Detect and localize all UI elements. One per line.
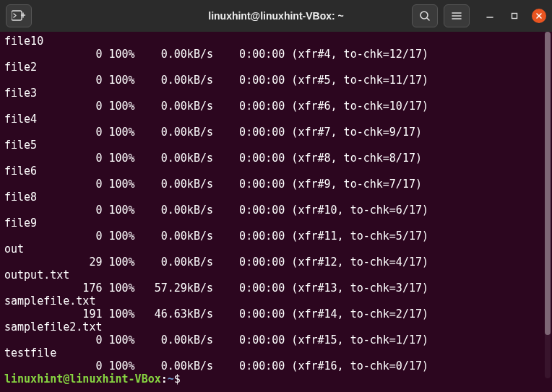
minimize-icon: [486, 12, 494, 20]
transfer-stats: 0 100% 0.00kB/s 0:00:00 (xfr#8, to-chk=8…: [4, 152, 548, 165]
scrollbar-track[interactable]: [545, 32, 551, 378]
search-icon: [419, 10, 431, 22]
file-name: file9: [4, 217, 548, 230]
maximize-button[interactable]: [507, 9, 522, 23]
file-name: file3: [4, 87, 548, 100]
transfer-stats: 0 100% 0.00kB/s 0:00:00 (xfr#16, to-chk=…: [4, 360, 548, 373]
terminal-output[interactable]: file10 0 100% 0.00kB/s 0:00:00 (xfr#4, t…: [0, 32, 552, 392]
svg-rect-7: [512, 14, 517, 19]
minimize-button[interactable]: [483, 9, 497, 23]
menu-button[interactable]: [444, 4, 470, 27]
file-name: output.txt: [4, 269, 548, 282]
terminal-window: linuxhint@linuxhint-VBox: ~: [0, 0, 552, 392]
prompt-dollar: $: [174, 373, 187, 386]
terminal-plus-icon: [12, 10, 26, 22]
close-icon: [535, 12, 543, 20]
transfer-stats: 191 100% 46.63kB/s 0:00:00 (xfr#14, to-c…: [4, 308, 548, 321]
file-name: file4: [4, 113, 548, 126]
window-title: linuxhint@linuxhint-VBox: ~: [208, 10, 343, 22]
svg-line-2: [427, 18, 429, 20]
scrollbar-thumb[interactable]: [545, 32, 551, 335]
file-name: file10: [4, 35, 548, 48]
file-name: file6: [4, 165, 548, 178]
titlebar-left: [6, 4, 32, 27]
file-name: samplefile.txt: [4, 295, 548, 308]
hamburger-icon: [451, 10, 462, 22]
prompt-colon: :: [161, 373, 168, 386]
transfer-stats: 0 100% 0.00kB/s 0:00:00 (xfr#9, to-chk=7…: [4, 178, 548, 191]
transfer-stats: 0 100% 0.00kB/s 0:00:00 (xfr#10, to-chk=…: [4, 204, 548, 217]
close-button[interactable]: [532, 9, 546, 23]
titlebar: linuxhint@linuxhint-VBox: ~: [0, 0, 552, 32]
svg-rect-0: [12, 11, 22, 20]
file-name: file8: [4, 191, 548, 204]
prompt-path: ~: [168, 373, 174, 386]
file-name: samplefile2.txt: [4, 321, 548, 334]
transfer-stats: 0 100% 0.00kB/s 0:00:00 (xfr#11, to-chk=…: [4, 230, 548, 243]
titlebar-right: [412, 4, 546, 27]
transfer-stats: 0 100% 0.00kB/s 0:00:00 (xfr#4, to-chk=1…: [4, 48, 548, 61]
transfer-stats: 29 100% 0.00kB/s 0:00:00 (xfr#12, to-chk…: [4, 256, 548, 269]
file-name: testfile: [4, 347, 548, 360]
file-name: file2: [4, 61, 548, 74]
file-name: file5: [4, 139, 548, 152]
window-controls: [483, 9, 546, 23]
new-tab-button[interactable]: [6, 4, 32, 27]
transfer-stats: 176 100% 57.29kB/s 0:00:00 (xfr#13, to-c…: [4, 282, 548, 295]
transfer-stats: 0 100% 0.00kB/s 0:00:00 (xfr#15, to-chk=…: [4, 334, 548, 347]
prompt-line[interactable]: linuxhint@linuxhint-VBox:~$: [4, 373, 548, 386]
file-name: out: [4, 243, 548, 256]
maximize-icon: [510, 12, 519, 20]
transfer-stats: 0 100% 0.00kB/s 0:00:00 (xfr#5, to-chk=1…: [4, 74, 548, 87]
search-button[interactable]: [412, 4, 438, 27]
transfer-stats: 0 100% 0.00kB/s 0:00:00 (xfr#7, to-chk=9…: [4, 126, 548, 139]
transfer-stats: 0 100% 0.00kB/s 0:00:00 (xfr#6, to-chk=1…: [4, 100, 548, 113]
prompt-user-host: linuxhint@linuxhint-VBox: [4, 373, 161, 386]
